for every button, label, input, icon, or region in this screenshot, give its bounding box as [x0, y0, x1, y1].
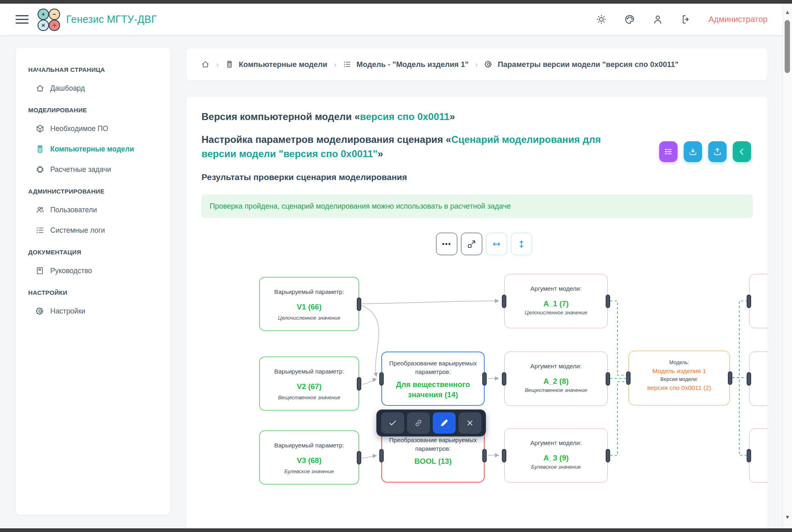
node-argument-a1[interactable]: Аргумент модели: A_1 (7) Целочисленное з…	[504, 274, 608, 328]
output-handle[interactable]	[728, 372, 732, 385]
book-icon	[36, 266, 45, 275]
input-handle[interactable]	[747, 449, 751, 462]
input-handle[interactable]	[502, 372, 506, 385]
page-title: Версия компьютерной модели «версия спо 0…	[201, 111, 455, 122]
input-handle[interactable]	[379, 372, 384, 385]
node-result-clipped-2[interactable]	[749, 352, 768, 406]
diagram-fit-height-button[interactable]	[511, 233, 532, 255]
output-handle[interactable]	[482, 372, 487, 385]
ellipsis-icon: •••	[442, 240, 451, 248]
sidebar-item-manual[interactable]: Руководство	[16, 260, 170, 281]
sidebar-section-settings: НАСТРОЙКИ	[16, 281, 170, 301]
node-model[interactable]: Модель: Модель изделия 1 Версия модели: …	[629, 351, 730, 405]
node-variable-v3[interactable]: Варьируемый параметр: V3 (68) Булевское …	[259, 430, 359, 485]
close-icon	[465, 418, 475, 428]
diagram-more-button[interactable]: •••	[436, 233, 457, 255]
node-result-clipped-1[interactable]	[749, 274, 768, 328]
output-handle[interactable]	[606, 372, 610, 385]
download-button[interactable]	[684, 141, 702, 162]
input-handle[interactable]	[502, 294, 506, 308]
scrollbar-down-arrow[interactable]: ▼	[783, 512, 792, 523]
node-variable-v1[interactable]: Варьируемый параметр: V1 (66) Целочислен…	[259, 277, 359, 331]
sidebar-item-settings[interactable]: Настройки	[16, 301, 170, 321]
node-name: V3 (68)	[260, 455, 358, 465]
breadcrumb-label: Модель - "Модель изделия 1"	[356, 60, 468, 69]
pencil-icon	[439, 418, 449, 428]
page-scrollbar[interactable]: ▲ ▼	[783, 4, 792, 528]
output-handle[interactable]	[606, 294, 610, 308]
output-handle[interactable]	[482, 449, 487, 462]
sidebar-section-administration: АДМИНИСТРИРОВАНИЕ	[16, 180, 170, 200]
validation-success-alert: Проверка пройдена, сценарий моделировани…	[201, 194, 753, 218]
list-icon	[343, 60, 351, 69]
scrollbar-thumb[interactable]	[785, 20, 790, 73]
scrollbar-up-arrow[interactable]: ▲	[783, 7, 792, 18]
node-argument-a2[interactable]: Аргумент модели: A_2 (8) Вещественное зн…	[504, 352, 608, 406]
sidebar-item-computer-models[interactable]: Компьютерные модели	[16, 139, 170, 159]
node-link-button[interactable]	[407, 412, 430, 434]
diagram-fit-width-button[interactable]	[486, 233, 507, 255]
palette-icon[interactable]	[624, 14, 635, 25]
node-title: Варьируемый параметр:	[260, 367, 358, 376]
gear-icon	[484, 60, 493, 69]
output-handle[interactable]	[357, 377, 361, 390]
node-transform-real[interactable]: Преобразование варьируемых параметров: Д…	[381, 352, 485, 406]
input-handle[interactable]	[626, 372, 631, 385]
breadcrumb-version-parameters[interactable]: Параметры версии модели "версия спо 0x00…	[484, 60, 678, 69]
sidebar-item-system-logs[interactable]: Системные логи	[16, 220, 170, 240]
node-delete-button[interactable]	[459, 412, 481, 434]
node-title: Преобразование варьируемых параметров:	[388, 359, 478, 376]
input-handle[interactable]	[502, 449, 506, 462]
checklist-icon	[663, 147, 673, 157]
expand-icon	[466, 239, 477, 249]
sidebar-item-users[interactable]: Пользователи	[16, 200, 170, 220]
node-argument-a3[interactable]: Аргумент модели: A_3 (9) Булевское значе…	[504, 428, 608, 483]
node-variable-v2[interactable]: Варьируемый параметр: V2 (67) Вещественн…	[259, 356, 359, 411]
input-handle[interactable]	[747, 372, 751, 385]
input-handle[interactable]	[379, 449, 384, 462]
window-bottom-strip	[0, 528, 792, 532]
breadcrumb-home[interactable]	[201, 60, 210, 69]
user-icon[interactable]	[652, 14, 663, 25]
node-result-clipped-3[interactable]	[749, 428, 768, 483]
output-handle[interactable]	[357, 297, 361, 311]
home-icon	[201, 60, 210, 69]
card-action-buttons	[659, 141, 751, 162]
sidebar-item-calculation-tasks[interactable]: Расчетные задачи	[16, 159, 170, 180]
calculator-icon	[225, 60, 234, 69]
node-subtitle: Вещественное значение	[505, 387, 607, 393]
sidebar-item-label: Руководство	[50, 267, 92, 275]
upload-button[interactable]	[708, 141, 727, 162]
node-subtitle: Вещественное значение	[260, 394, 358, 401]
calculator-icon	[36, 145, 45, 154]
output-handle[interactable]	[606, 449, 610, 462]
node-edit-button[interactable]	[433, 412, 456, 434]
logout-icon[interactable]	[680, 14, 691, 25]
node-label: Модель:	[629, 360, 729, 365]
node-title: Варьируемый параметр:	[260, 441, 358, 450]
output-handle[interactable]	[357, 451, 361, 464]
alert-text: Проверка пройдена, сценарий моделировани…	[210, 202, 511, 211]
sidebar-item-label: Необходимое ПО	[50, 125, 108, 133]
app-logo[interactable]: + − × ÷	[38, 9, 60, 31]
app-title: Генезис МГТУ-ДВГ	[66, 13, 157, 25]
input-handle[interactable]	[747, 294, 751, 308]
sidebar-item-dashboard[interactable]: Дашбоард	[16, 78, 170, 98]
sidebar-item-required-software[interactable]: Необходимое ПО	[16, 118, 170, 139]
theme-sun-icon[interactable]	[596, 14, 607, 25]
node-subtitle: Целочисленное значение	[505, 309, 607, 316]
node-name: BOOL (13)	[388, 456, 478, 466]
horizontal-arrows-icon	[491, 239, 502, 249]
collapse-button[interactable]	[733, 141, 751, 162]
node-name: V1 (66)	[260, 302, 358, 312]
menu-icon[interactable]	[16, 13, 29, 26]
diagram-fullscreen-button[interactable]	[461, 233, 482, 255]
user-role-label[interactable]: Администратор	[709, 15, 767, 24]
download-icon	[688, 147, 698, 157]
breadcrumb-model[interactable]: Модель - "Модель изделия 1"	[343, 60, 468, 69]
scenario-list-button[interactable]	[659, 141, 678, 162]
breadcrumb-computer-models[interactable]: Компьютерные модели	[225, 60, 327, 69]
sidebar-item-label: Компьютерные модели	[50, 145, 134, 154]
node-subtitle: Булевское значение	[505, 464, 607, 470]
node-confirm-button[interactable]	[381, 412, 404, 434]
